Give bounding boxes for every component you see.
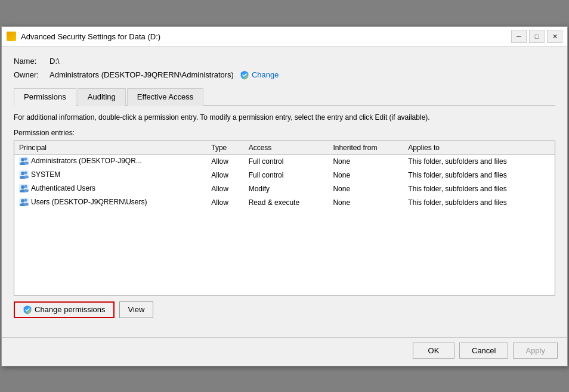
table-row[interactable]: Administrators (DESKTOP-J9QR... AllowFul…: [14, 154, 555, 169]
tab-auditing[interactable]: Auditing: [78, 88, 126, 106]
svg-point-4: [24, 161, 29, 164]
footer: OK Cancel Apply: [2, 337, 567, 366]
svg-point-9: [24, 175, 29, 178]
table-row[interactable]: Users (DESKTOP-J9QRERN\Users) AllowRead …: [14, 196, 555, 210]
cell-applies: This folder, subfolders and files: [403, 154, 555, 169]
info-text: For additional information, double-click…: [14, 112, 555, 123]
cell-applies: This folder, subfolders and files: [403, 182, 555, 196]
table-row[interactable]: SYSTEM AllowFull controlNoneThis folder,…: [14, 169, 555, 182]
svg-point-14: [24, 189, 29, 192]
tab-bar: Permissions Auditing Effective Access: [14, 87, 555, 106]
cell-principal: Administrators (DESKTOP-J9QR...: [14, 154, 206, 169]
cell-type: Allow: [206, 154, 243, 169]
tab-effective-access[interactable]: Effective Access: [127, 88, 203, 106]
apply-button[interactable]: Apply: [513, 343, 558, 359]
user-group-icon: [19, 198, 29, 206]
permissions-table-container[interactable]: Principal Type Access Inherited from App…: [14, 141, 555, 295]
change-permissions-button[interactable]: Change permissions: [14, 301, 115, 318]
permission-entries-label: Permission entries:: [14, 129, 555, 137]
window-icon: [7, 32, 16, 41]
cell-type: Allow: [206, 182, 243, 196]
svg-point-18: [24, 198, 27, 201]
bottom-buttons: Change permissions View: [14, 301, 555, 318]
titlebar-controls: ─ □ ✕: [511, 30, 562, 43]
col-applies: Applies to: [403, 141, 555, 155]
cell-principal: Authenticated Users: [14, 182, 206, 196]
cell-principal: Users (DESKTOP-J9QRERN\Users): [14, 196, 206, 210]
view-button-label: View: [128, 305, 145, 314]
permissions-table: Principal Type Access Inherited from App…: [14, 141, 555, 210]
change-link-label: Change: [252, 70, 279, 79]
maximize-button[interactable]: □: [529, 30, 545, 43]
user-group-icon: [19, 170, 29, 179]
shield-change-icon: [240, 70, 249, 80]
owner-row: Owner: Administrators (DESKTOP-J9QRERN\A…: [14, 70, 555, 80]
close-button[interactable]: ✕: [547, 30, 562, 43]
name-label: Name:: [14, 57, 50, 66]
svg-point-16: [21, 199, 24, 203]
name-row: Name: D:\: [14, 57, 555, 66]
col-principal: Principal: [14, 141, 206, 155]
titlebar: Advanced Security Settings for Data (D:)…: [2, 27, 567, 47]
svg-point-3: [24, 157, 27, 160]
cell-access: Full control: [244, 169, 329, 182]
svg-point-1: [21, 158, 24, 161]
cell-type: Allow: [206, 196, 243, 210]
cell-applies: This folder, subfolders and files: [403, 196, 555, 210]
change-owner-link[interactable]: Change: [240, 70, 279, 80]
cancel-button[interactable]: Cancel: [459, 343, 508, 359]
col-inherited: Inherited from: [328, 141, 403, 155]
owner-label: Owner:: [14, 70, 50, 79]
cell-inherited: None: [328, 154, 403, 169]
shield-change-permissions-icon: [23, 305, 32, 315]
cell-type: Allow: [206, 169, 243, 182]
cell-applies: This folder, subfolders and files: [403, 169, 555, 182]
tab-permissions[interactable]: Permissions: [14, 88, 76, 106]
dialog-content: Name: D:\ Owner: Administrators (DESKTOP…: [2, 47, 567, 337]
window: Advanced Security Settings for Data (D:)…: [1, 26, 568, 366]
window-title: Advanced Security Settings for Data (D:): [21, 32, 511, 41]
table-header-row: Principal Type Access Inherited from App…: [14, 141, 555, 155]
change-permissions-label: Change permissions: [35, 305, 106, 314]
ok-button[interactable]: OK: [413, 343, 454, 359]
table-row[interactable]: Authenticated Users AllowModifyNoneThis …: [14, 182, 555, 196]
svg-point-11: [21, 185, 24, 189]
cell-access: Read & execute: [244, 196, 329, 210]
svg-point-19: [24, 203, 29, 206]
svg-point-6: [21, 172, 24, 175]
view-button[interactable]: View: [119, 301, 154, 318]
col-type: Type: [206, 141, 243, 155]
cell-inherited: None: [328, 182, 403, 196]
cell-inherited: None: [328, 196, 403, 210]
user-group-icon: [19, 184, 29, 192]
col-access: Access: [244, 141, 329, 155]
svg-point-13: [24, 185, 27, 188]
svg-point-8: [24, 171, 27, 174]
cell-principal: SYSTEM: [14, 169, 206, 182]
owner-value: Administrators (DESKTOP-J9QRERN\Administ…: [50, 70, 234, 79]
cell-access: Modify: [244, 182, 329, 196]
cell-inherited: None: [328, 169, 403, 182]
minimize-button[interactable]: ─: [511, 30, 527, 43]
name-value: D:\: [50, 57, 60, 66]
cell-access: Full control: [244, 154, 329, 169]
user-group-icon: [19, 157, 29, 165]
